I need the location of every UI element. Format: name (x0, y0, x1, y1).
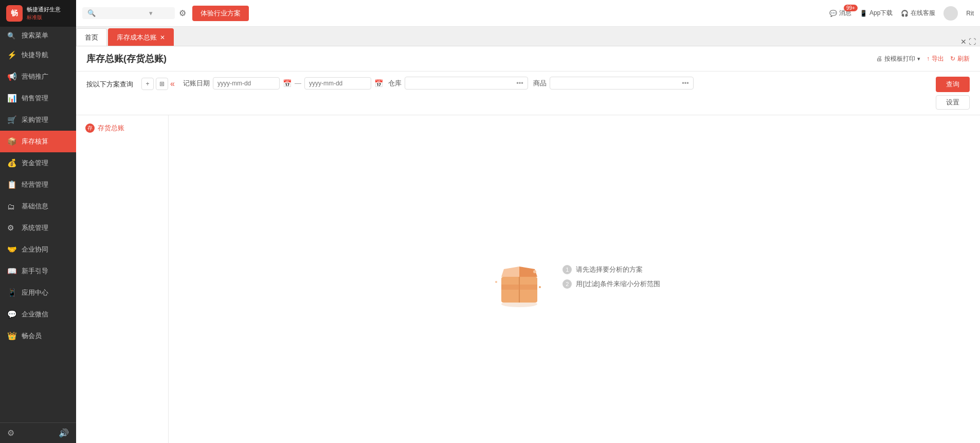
expand-icon[interactable]: ⛶ (969, 38, 976, 46)
avatar (943, 6, 958, 21)
online-service-btn[interactable]: 🎧 在线客服 (901, 9, 935, 17)
sidebar-item-guide[interactable]: 📖 新手引导 (0, 260, 76, 282)
message-btn[interactable]: 💬 消息 99+ (829, 9, 851, 17)
industry-btn[interactable]: 体验行业方案 (192, 6, 249, 21)
service-icon: 🎧 (901, 10, 909, 17)
app-version: 标准版 (27, 14, 61, 21)
filter-actions: + ⊞ « (141, 77, 175, 90)
collapse-icon[interactable]: « (170, 79, 175, 88)
marketing-icon: 📢 (7, 72, 17, 81)
sidebar-item-marketing[interactable]: 📢 营销推广 (0, 66, 76, 87)
print-template-btn[interactable]: 🖨 按模板打印 ▾ (876, 55, 920, 63)
shortcut-icon: ⚡ (7, 50, 17, 60)
tab-inventory-ledger[interactable]: 库存成本总账 ✕ (108, 28, 174, 46)
audio-icon[interactable]: 🔊 (59, 428, 69, 438)
calendar-end-icon[interactable]: 📅 (374, 79, 383, 87)
sidebar-item-inventory[interactable]: 📦 库存核算 (0, 131, 76, 152)
sidebar-item-wechat[interactable]: 💬 企业微信 (0, 304, 76, 325)
sidebar-item-label: 畅会员 (22, 331, 42, 341)
export-label: 导出 (932, 55, 944, 63)
tab-close-icon[interactable]: ✕ (160, 34, 165, 41)
warehouse-label: 仓库 (388, 79, 402, 88)
empty-step1: 1 请先选择要分析的方案 (562, 265, 660, 274)
query-btn[interactable]: 查询 (936, 77, 970, 92)
sidebar-item-system[interactable]: ⚙ 系统管理 (0, 217, 76, 239)
refresh-btn[interactable]: ↻ 刷新 (950, 55, 970, 63)
refresh-icon: ↻ (950, 55, 955, 62)
finance-icon: 💰 (7, 158, 17, 168)
warehouse-more-icon[interactable]: ••• (516, 79, 523, 87)
empty-illustration (488, 249, 550, 310)
purchase-icon: 🛒 (7, 115, 17, 125)
sidebar-item-member[interactable]: 👑 畅会员 (0, 325, 76, 347)
product-label: 商品 (533, 79, 547, 88)
date-separator: — (295, 79, 301, 87)
sidebar-item-label: 企业协同 (22, 245, 48, 254)
filter-fields: 记账日期 📅 — 📅 仓库 ••• 商品 (183, 77, 928, 90)
add-scheme-btn[interactable]: + (141, 78, 154, 90)
printer-icon: 🖨 (876, 55, 882, 62)
sidebar-item-finance[interactable]: 💰 资金管理 (0, 152, 76, 174)
step2-circle: 2 (562, 279, 572, 289)
settings-icon[interactable]: ⚙ (7, 428, 14, 438)
settings-btn[interactable]: 设置 (936, 95, 970, 110)
close-panel-icon[interactable]: ✕ (960, 38, 967, 46)
cooperation-icon: 🤝 (7, 245, 17, 254)
empty-step2: 2 用[过滤]条件来缩小分析范围 (562, 279, 660, 289)
sidebar-item-cooperation[interactable]: 🤝 企业协同 (0, 239, 76, 260)
date-label: 记账日期 (183, 79, 210, 88)
manage-scheme-btn[interactable]: ⊞ (156, 78, 168, 90)
sidebar-item-label: 应用中心 (22, 288, 48, 297)
sidebar-item-sales[interactable]: 📊 销售管理 (0, 87, 76, 109)
guide-icon: 📖 (7, 267, 17, 276)
sidebar-item-shortcut[interactable]: ⚡ 快捷导航 (0, 44, 76, 66)
chevron-down-icon[interactable]: ▾ (149, 9, 153, 17)
warehouse-field: 仓库 ••• (388, 77, 528, 90)
sales-icon: 📊 (7, 94, 17, 103)
calendar-start-icon[interactable]: 📅 (283, 79, 292, 87)
refresh-label: 刷新 (957, 55, 970, 63)
svg-point-8 (539, 286, 541, 288)
sidebar-item-basic[interactable]: 🗂 基础信息 (0, 196, 76, 217)
sidebar-item-search[interactable]: 🔍 搜索菜单 (0, 27, 76, 44)
step2-label: 用[过滤]条件来缩小分析范围 (576, 279, 660, 289)
topbar-search-input[interactable] (96, 10, 147, 17)
member-icon: 👑 (7, 331, 17, 341)
date-range-field: 记账日期 📅 — 📅 (183, 77, 383, 90)
empty-state-inner: 1 请先选择要分析的方案 2 用[过滤]条件来缩小分析范围 (488, 249, 660, 310)
business-icon: 📋 (7, 180, 17, 189)
sidebar-item-purchase[interactable]: 🛒 采购管理 (0, 109, 76, 131)
content-body: 存 存货总账 (76, 115, 980, 443)
app-download-label: App下载 (869, 9, 893, 17)
header-actions: 🖨 按模板打印 ▾ ↑ 导出 ↻ 刷新 (876, 55, 970, 63)
sidebar-nav: 🔍 搜索菜单 ⚡ 快捷导航 📢 营销推广 📊 销售管理 🛒 采购管理 📦 库存核… (0, 27, 76, 422)
app-name: 畅捷通好生意 (27, 6, 61, 13)
search-icon: 🔍 (7, 32, 17, 40)
sidebar-item-label: 快捷导航 (22, 50, 48, 60)
svg-rect-5 (501, 285, 537, 290)
tab-home[interactable]: 首页 (76, 28, 107, 46)
sidebar-item-appstore[interactable]: 📱 应用中心 (0, 282, 76, 304)
username: Rit (966, 10, 974, 17)
topbar-search-icon: 🔍 (87, 9, 96, 17)
date-start-input[interactable] (213, 77, 280, 90)
sidebar-item-business[interactable]: 📋 经营管理 (0, 174, 76, 196)
print-chevron-icon[interactable]: ▾ (917, 56, 920, 62)
app-download-btn[interactable]: 📱 App下载 (860, 9, 893, 17)
export-btn[interactable]: ↑ 导出 (927, 55, 944, 63)
svg-marker-2 (501, 267, 519, 277)
gear-icon[interactable]: ⚙ (179, 8, 186, 18)
date-end-input[interactable] (304, 77, 371, 90)
sidebar-item-label: 系统管理 (22, 223, 48, 233)
export-icon: ↑ (927, 55, 930, 62)
logo-icon: 畅 (6, 5, 23, 22)
service-label: 在线客服 (911, 9, 935, 17)
step1-circle: 1 (562, 265, 572, 274)
search-box[interactable]: 🔍 ▾ (82, 7, 175, 19)
message-badge: 99+ (844, 5, 858, 11)
topbar-right: 💬 消息 99+ 📱 App下载 🎧 在线客服 Rit (829, 6, 974, 21)
tab-inventory-label: 库存成本总账 (117, 33, 157, 42)
scheme-item-inventory[interactable]: 存 存货总账 (81, 120, 163, 136)
product-more-icon[interactable]: ••• (682, 79, 689, 87)
main-content: 🔍 ▾ ⚙ 体验行业方案 💬 消息 99+ 📱 App下载 🎧 在线客服 Rit (76, 0, 980, 443)
